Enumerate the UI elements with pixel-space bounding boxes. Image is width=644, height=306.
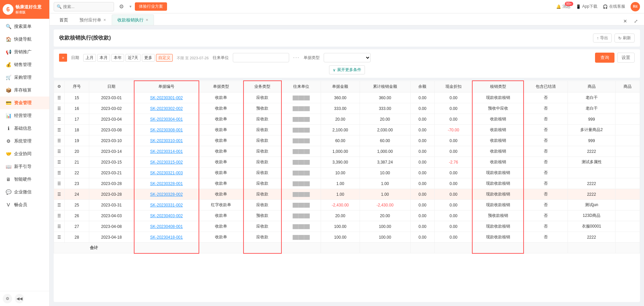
row-action[interactable]: ☰ (54, 157, 65, 168)
partner-input[interactable] (233, 53, 289, 62)
online-service-btn[interactable]: 🎧 在线客服 (603, 4, 625, 9)
sidebar-item-purchase[interactable]: 🛒采购管理 (0, 71, 49, 84)
tab-home[interactable]: 首页 (54, 14, 74, 25)
sidebar-item-ops[interactable]: 📊经营管理 (0, 109, 49, 122)
row-date: 2023-03-10 (89, 135, 134, 146)
receipt-type-label: 单据类型 (304, 55, 320, 61)
tab-prepay-close[interactable]: ✕ (103, 18, 106, 22)
receipt-no-link[interactable]: SK-20230314-001 (150, 149, 183, 154)
date-custom-btn[interactable]: 自定义 (156, 54, 173, 62)
receipt-no-link[interactable]: SK-20230321-003 (150, 171, 183, 175)
row-partner: ██████ (281, 103, 321, 114)
sidebar-settings-btn[interactable]: ⚙ (3, 294, 12, 303)
sidebar-item-basic[interactable]: ℹ基础信息 (0, 122, 49, 135)
footer-amount (321, 243, 360, 253)
user-avatar[interactable]: Rit (631, 2, 640, 11)
receipt-no-link[interactable]: SK-20230403-002 (150, 213, 183, 218)
row-action[interactable]: ☰ (54, 210, 65, 221)
row-action[interactable]: ☰ (54, 200, 65, 210)
sidebar-item-guide[interactable]: 📖新手引导 (0, 160, 49, 173)
row-discount: 0.00 (435, 103, 473, 114)
date-last-month-btn[interactable]: 上月 (83, 54, 96, 62)
tab-maximize-btn[interactable]: ⤢ (632, 17, 640, 25)
row-no: 18 (65, 125, 89, 135)
tab-prepay[interactable]: 预付应付单 ✕ (74, 14, 112, 25)
sidebar-collapse-btn[interactable]: ◀◀ (15, 294, 24, 303)
receipt-no-link[interactable]: SK-20230308-001 (150, 128, 183, 132)
sidebar-item-quick-nav[interactable]: 🏠快捷导航 (0, 33, 49, 46)
tab-close-all-btn[interactable]: ✕ (621, 17, 629, 25)
row-action[interactable]: ☰ (54, 135, 65, 146)
filter-dots: ··· (293, 55, 300, 61)
footer-product (568, 243, 615, 253)
topbar-gear-icon[interactable]: ⚙ (117, 2, 126, 11)
row-date: 2023-04-08 (89, 221, 134, 232)
receipt-no-link[interactable]: SK-20230315-002 (150, 160, 183, 165)
row-action[interactable]: ☰ (54, 125, 65, 135)
page-header-actions: ↑ 导出 ↻ 刷新 (593, 34, 635, 43)
sidebar-item-search[interactable]: 🔍搜索菜单 (0, 20, 49, 33)
receipt-no-link[interactable]: SK-20230304-001 (150, 117, 183, 122)
sidebar-item-corp[interactable]: 🤝企业协同 (0, 147, 49, 160)
receipt-no-link[interactable]: SK-20230328-002 (150, 192, 183, 197)
sidebar-item-sales[interactable]: 💰销售管理 (0, 58, 49, 71)
row-amount: 60.00 (321, 135, 360, 146)
row-action[interactable]: ☰ (54, 93, 65, 103)
row-partner: ██████ (281, 125, 321, 135)
row-date: 2023-03-28 (89, 178, 134, 189)
sidebar-item-inventory[interactable]: 📦库存核算 (0, 84, 49, 97)
row-verified: 100.00 (360, 221, 411, 232)
solution-btn[interactable]: 体验行业方案 (135, 2, 167, 11)
sidebar-item-wechat[interactable]: 💬企业微信 (0, 186, 49, 198)
sidebar-item-hardware[interactable]: 🖥智能硬件 (0, 173, 49, 186)
filter-collapse-btn[interactable]: » (59, 54, 67, 62)
receipt-no-link[interactable]: SK-20230328-001 (150, 181, 183, 186)
row-action[interactable]: ☰ (54, 146, 65, 157)
row-action[interactable]: ☰ (54, 103, 65, 114)
row-action[interactable]: ☰ (54, 178, 65, 189)
sidebar-item-vip[interactable]: V畅会员 (0, 198, 49, 211)
row-product2 (615, 157, 640, 168)
date-this-year-btn[interactable]: 本年 (111, 54, 124, 62)
receipt-no-link[interactable]: SK-20230408-001 (150, 224, 183, 229)
filter-settings-btn[interactable]: 设置 (617, 53, 635, 63)
table-row: ☰ 26 2023-04-03 SK-20230403-002 收款单 预收款 … (54, 210, 640, 221)
sidebar-item-marketing[interactable]: 📢营销推广 (0, 46, 49, 58)
row-receipt-no: SK-20230301-002 (134, 93, 199, 103)
receipt-no-link[interactable]: SK-20230418-001 (150, 235, 183, 240)
row-action[interactable]: ☰ (54, 221, 65, 232)
sidebar-item-system[interactable]: ⚙系统管理 (0, 135, 49, 147)
sidebar-item-finance[interactable]: 💳资金管理 (0, 97, 49, 109)
tab-receipt-close[interactable]: ✕ (146, 18, 148, 22)
row-partner: ██████ (281, 232, 321, 243)
receipt-no-link[interactable]: SK-20230302-002 (150, 106, 183, 111)
query-btn[interactable]: 查询 (595, 53, 614, 63)
tab-receipt[interactable]: 收款核销执行 ✕ (112, 14, 154, 25)
date-7days-btn[interactable]: 近7天 (125, 54, 141, 62)
search-input[interactable] (63, 4, 103, 9)
th-gear[interactable]: ⚙ (54, 81, 65, 93)
refresh-btn[interactable]: ↻ 刷新 (614, 34, 635, 43)
app-download-btn[interactable]: 📱 App下载 (576, 4, 597, 9)
topbar-dropdown-icon[interactable]: ▼ (129, 5, 132, 8)
row-action[interactable]: ☰ (54, 114, 65, 125)
export-btn[interactable]: ↑ 导出 (593, 34, 612, 43)
row-receipt-type: 收款单 (199, 189, 244, 200)
row-cancel-type: 收款核销 (472, 114, 523, 125)
row-action[interactable]: ☰ (54, 189, 65, 200)
sidebar: 6 畅康道好生意 标准版 🔍搜索菜单🏠快捷导航📢营销推广💰销售管理🛒采购管理📦库… (0, 0, 50, 306)
date-this-month-btn[interactable]: 本月 (97, 54, 110, 62)
receipt-no-link[interactable]: SK-20230301-002 (150, 96, 183, 100)
receipt-no-link[interactable]: SK-20230331-002 (150, 203, 183, 207)
receipt-type-select[interactable] (324, 53, 371, 62)
sidebar-icon-ops: 📊 (5, 113, 11, 118)
online-service-label: 在线客服 (609, 4, 625, 9)
messages-btn[interactable]: 🔔 消息 99+ (556, 4, 571, 9)
filter-expand-btn[interactable]: ∨ 展开更多条件 (329, 65, 365, 74)
receipt-no-link[interactable]: SK-20230310-001 (150, 138, 183, 143)
page-header: 收款核销执行(按收款) ↑ 导出 ↻ 刷新 (54, 29, 640, 47)
topbar-search-box[interactable]: 🔍 (54, 2, 114, 11)
row-action[interactable]: ☰ (54, 168, 65, 178)
row-action[interactable]: ☰ (54, 232, 65, 243)
date-more-btn[interactable]: 更多 (142, 54, 155, 62)
